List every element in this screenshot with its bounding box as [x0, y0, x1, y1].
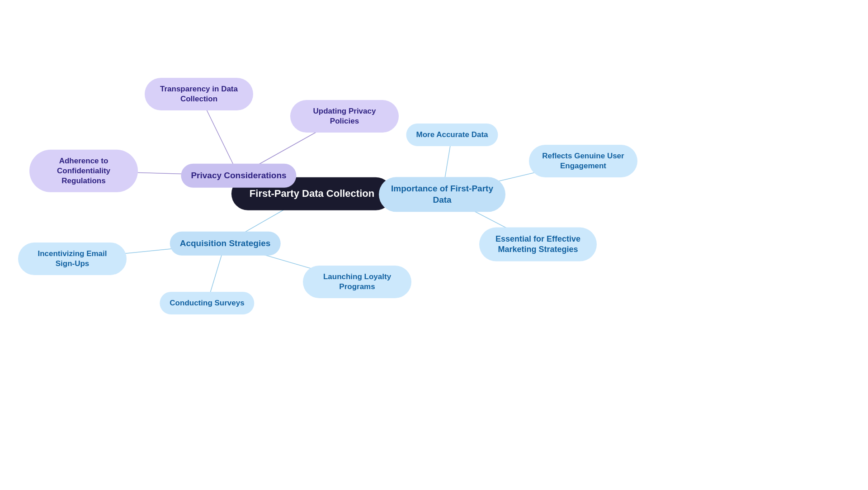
- node-importance[interactable]: Importance of First-Party Data: [379, 177, 505, 212]
- node-essential[interactable]: Essential for Effective Marketing Strate…: [479, 228, 597, 262]
- node-updating[interactable]: Updating Privacy Policies: [290, 100, 399, 133]
- node-transparency[interactable]: Transparency in Data Collection: [145, 78, 253, 110]
- node-launching[interactable]: Launching Loyalty Programs: [303, 266, 411, 298]
- node-acquisition[interactable]: Acquisition Strategies: [170, 232, 281, 256]
- node-reflects[interactable]: Reflects Genuine User Engagement: [529, 145, 637, 177]
- connections-svg: [0, 0, 868, 490]
- node-privacy[interactable]: Privacy Considerations: [181, 164, 296, 188]
- mind-map-canvas: First-Party Data Collection Privacy Cons…: [0, 0, 868, 490]
- node-adherence[interactable]: Adherence to Confidentiality Regulations: [29, 150, 138, 192]
- node-incentivizing[interactable]: Incentivizing Email Sign-Ups: [18, 243, 127, 275]
- node-more-accurate[interactable]: More Accurate Data: [406, 124, 498, 146]
- node-conducting[interactable]: Conducting Surveys: [160, 292, 254, 314]
